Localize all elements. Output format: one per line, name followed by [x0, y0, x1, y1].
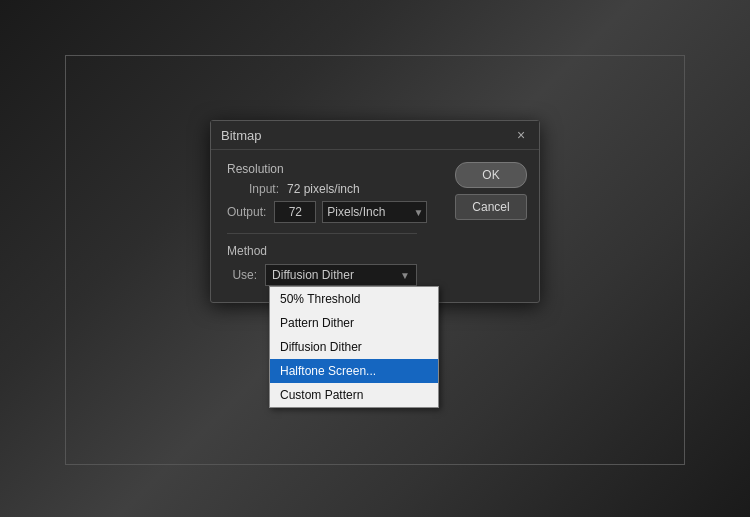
dropdown-item-diffusion-dither[interactable]: Diffusion Dither [270, 335, 438, 359]
unit-select[interactable]: Pixels/Inch Pixels/cm [322, 201, 427, 223]
output-label: Output: [227, 205, 266, 219]
input-row: Input: 72 pixels/inch [227, 182, 417, 196]
cancel-button[interactable]: Cancel [455, 194, 527, 220]
dropdown-arrow-icon: ▼ [400, 270, 410, 281]
close-button[interactable]: × [513, 127, 529, 143]
dropdown-item-halftone-screen[interactable]: Halftone Screen... [270, 359, 438, 383]
use-dropdown-value: Diffusion Dither [272, 268, 354, 282]
unit-select-wrapper: Pixels/Inch Pixels/cm ▼ [316, 201, 427, 223]
dialog-titlebar: Bitmap × [211, 121, 539, 150]
section-divider [227, 233, 417, 234]
resolution-section-label: Resolution [227, 162, 417, 176]
dialog-title: Bitmap [221, 128, 261, 143]
output-row: Output: Pixels/Inch Pixels/cm ▼ [227, 201, 417, 223]
method-section-label: Method [227, 244, 417, 258]
bitmap-dialog: Bitmap × OK Cancel Resolution Input: 72 … [210, 120, 540, 303]
dialog-buttons: OK Cancel [455, 162, 527, 220]
input-value: 72 pixels/inch [287, 182, 360, 196]
ok-button[interactable]: OK [455, 162, 527, 188]
dropdown-item-custom-pattern[interactable]: Custom Pattern [270, 383, 438, 407]
output-input[interactable] [274, 201, 316, 223]
use-dropdown[interactable]: Diffusion Dither ▼ [265, 264, 417, 286]
dropdown-item-50threshold[interactable]: 50% Threshold [270, 287, 438, 311]
left-content: Resolution Input: 72 pixels/inch Output:… [227, 162, 417, 286]
dropdown-item-pattern-dither[interactable]: Pattern Dither [270, 311, 438, 335]
dialog-body: OK Cancel Resolution Input: 72 pixels/in… [211, 150, 539, 302]
dropdown-menu: 50% Threshold Pattern Dither Diffusion D… [269, 286, 439, 408]
use-row: Use: Diffusion Dither ▼ 50% Threshold Pa… [227, 264, 417, 286]
input-label: Input: [227, 182, 279, 196]
use-label: Use: [227, 268, 257, 282]
method-section: Method Use: Diffusion Dither ▼ 50% Thres… [227, 244, 417, 286]
